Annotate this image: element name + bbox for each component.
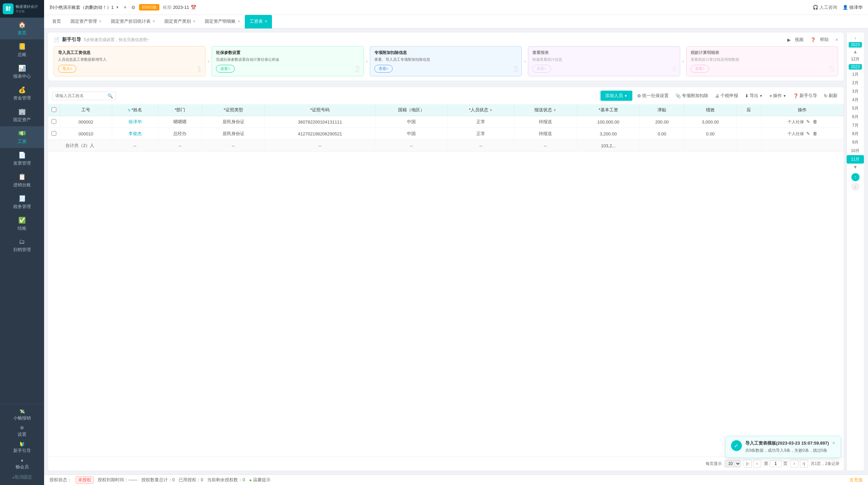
- calendar-month-8[interactable]: 8月: [847, 130, 864, 138]
- tab-asset-detail[interactable]: 固定资产明细账 ×: [200, 15, 245, 29]
- row-checkbox[interactable]: [52, 119, 56, 124]
- sort-icon[interactable]: ⇅: [128, 108, 131, 112]
- tab-depreciation[interactable]: 固定资产折旧统计表 ×: [106, 15, 160, 29]
- sidebar-item-stock[interactable]: 📋 进销台账: [0, 170, 44, 191]
- calendar-month-2[interactable]: 2月: [847, 79, 864, 87]
- add-employee-btn[interactable]: 添加人员 ▼: [600, 91, 632, 101]
- tab-asset-category[interactable]: 固定资产类别 ×: [160, 15, 200, 29]
- wizard-step-4: 查看报表 快速查看统计信息 查看> 4: [528, 46, 680, 76]
- edit-icon[interactable]: ✎: [806, 131, 810, 136]
- wizard-help-link[interactable]: 帮助: [820, 37, 829, 43]
- search-icon[interactable]: 🔍: [107, 93, 113, 98]
- calendar-month-11[interactable]: 11月: [847, 155, 864, 164]
- sidebar-item-tax[interactable]: 🧾 税务管理: [0, 191, 44, 213]
- tab-fixed-assets[interactable]: 固定资产管理 ×: [66, 15, 106, 29]
- question-icon: ❓: [810, 37, 816, 42]
- calendar-expand-btn[interactable]: ‹: [854, 35, 856, 41]
- calendar-month-1[interactable]: 1月: [847, 70, 864, 79]
- step1-btn[interactable]: 导入>: [58, 65, 76, 73]
- delete-icon[interactable]: 🗑: [813, 119, 817, 124]
- auth-remain-label: 当前剩余授权数：0: [207, 477, 245, 483]
- calendar-month-5[interactable]: 5月: [847, 104, 864, 113]
- tab-payroll[interactable]: 工资表 ×: [245, 15, 272, 29]
- sidebar-item-guide[interactable]: 🔰 新手引导: [3, 440, 41, 456]
- calendar-month-12[interactable]: 12月: [847, 55, 864, 63]
- sidebar-item-expense[interactable]: 💸 小畅报销: [3, 407, 41, 423]
- sidebar-item-payroll[interactable]: 💵 工资: [0, 126, 44, 148]
- switch-version-btn[interactable]: 切到旧版: [139, 4, 159, 11]
- operations-btn[interactable]: ≡ 操作 ▼: [768, 91, 789, 100]
- calendar-month-9[interactable]: 9月: [847, 138, 864, 147]
- tab-close-icon[interactable]: ×: [153, 19, 155, 24]
- next-page-btn[interactable]: ›: [790, 460, 798, 468]
- search-input[interactable]: [55, 93, 106, 98]
- sidebar-item-assets[interactable]: 🏢 固定资产: [0, 105, 44, 126]
- calendar-action-2[interactable]: ↓: [851, 183, 860, 191]
- last-page-btn[interactable]: ›|: [800, 460, 808, 468]
- social-security-btn[interactable]: ⚙ 统一社保设置: [635, 91, 671, 100]
- step3-btn[interactable]: 查看>: [374, 65, 393, 73]
- tax-declare-btn[interactable]: 🖨 个税申报: [713, 91, 740, 100]
- account-selector[interactable]: 刘小艳演示账套（勿删勿动！）1 ▼: [50, 4, 119, 11]
- reauth-btn[interactable]: 去充值: [849, 477, 863, 483]
- add-account-btn[interactable]: ＋: [122, 4, 128, 11]
- settings-icon: ⚙: [20, 425, 24, 430]
- step4-btn[interactable]: 查看>: [532, 65, 551, 73]
- delete-icon[interactable]: 🗑: [813, 131, 817, 136]
- wizard-title-text: 新手引导: [62, 37, 81, 43]
- calendar-month-4[interactable]: 4月: [847, 96, 864, 104]
- sidebar-item-invoice[interactable]: 📄 发票管理: [0, 148, 44, 170]
- personal-social-insurance-link[interactable]: 个人社保: [788, 131, 804, 136]
- account-settings-btn[interactable]: ⚙: [131, 5, 136, 10]
- sidebar-item-archive[interactable]: 🗂 归档管理: [0, 235, 44, 256]
- per-page-select[interactable]: 10 20 50: [725, 460, 741, 467]
- sidebar-item-close[interactable]: ✅ 结账: [0, 213, 44, 235]
- prev-page-btn[interactable]: ‹: [753, 460, 761, 468]
- guide-btn[interactable]: ❓ 新手引导: [791, 91, 819, 100]
- step4-num: 4: [671, 64, 676, 75]
- send-status-filter-icon[interactable]: ▼: [553, 108, 556, 112]
- wizard-step-1: 导入员工工资信息 人员信息及工资数据新增导入 导入> 1: [54, 46, 205, 76]
- employee-name-link[interactable]: 徐泽华: [129, 119, 142, 124]
- wizard-close-btn[interactable]: ×: [835, 37, 838, 42]
- employee-name-link[interactable]: 李俊杰: [129, 131, 142, 136]
- calendar-month-7[interactable]: 7月: [847, 121, 864, 130]
- calendar-month-3[interactable]: 3月: [847, 87, 864, 96]
- customer-service-btn[interactable]: 🎧 人工咨询: [813, 4, 837, 11]
- tab-close-icon[interactable]: ×: [99, 19, 101, 24]
- calendar-down-btn[interactable]: ▼: [853, 164, 858, 170]
- personal-social-insurance-link[interactable]: 个人社保: [788, 119, 804, 124]
- calendar-month-10[interactable]: 10月: [847, 147, 864, 155]
- select-all-checkbox[interactable]: [52, 107, 56, 112]
- special-deduction-btn[interactable]: 📎 专项附加扣除: [673, 91, 710, 100]
- content-area: 📄 新手引导 5步快速完成设置，快去完善信息吧~ ▶ 视频 ❓ 帮助 × 导入员…: [44, 29, 868, 474]
- edit-icon[interactable]: ✎: [806, 119, 810, 124]
- step2-btn[interactable]: 设置>: [216, 65, 234, 73]
- tab-close-icon[interactable]: ×: [238, 19, 240, 24]
- export-btn[interactable]: ⬇ 导出 ▼: [743, 91, 765, 100]
- sidebar-item-member[interactable]: ♦ 畅会员: [3, 456, 41, 472]
- cancel-fixed-btn[interactable]: ◂ 取消固定: [3, 472, 41, 482]
- sidebar-item-settings[interactable]: ⚙ 设置: [3, 423, 41, 440]
- wizard-video-link[interactable]: 视频: [795, 37, 804, 43]
- calendar-icon[interactable]: 📅: [191, 5, 196, 10]
- calendar-prev-arrow[interactable]: ▲: [853, 48, 858, 55]
- first-page-btn[interactable]: |‹: [744, 460, 752, 468]
- calendar-action-1[interactable]: ↑: [851, 173, 860, 181]
- tab-close-icon[interactable]: ×: [265, 19, 267, 24]
- tab-home[interactable]: 首页: [47, 15, 66, 29]
- page-input[interactable]: [770, 460, 782, 467]
- sidebar-item-reports[interactable]: 📊 报表中心: [0, 61, 44, 83]
- sidebar-item-home[interactable]: 🏠 首页: [0, 18, 44, 39]
- row-checkbox[interactable]: [52, 131, 56, 136]
- toast-close-btn[interactable]: ×: [832, 440, 835, 446]
- sidebar-item-ledger[interactable]: 📒 总账: [0, 39, 44, 61]
- user-menu-btn[interactable]: 👤 徐泽华: [843, 4, 863, 11]
- calendar-month-6[interactable]: 6月: [847, 113, 864, 121]
- step5-btn[interactable]: 查看>: [691, 65, 709, 73]
- tab-close-icon[interactable]: ×: [193, 19, 195, 24]
- sidebar-item-funds[interactable]: 💰 资金管理: [0, 83, 44, 105]
- stock-icon: 📋: [18, 173, 26, 181]
- refresh-btn[interactable]: ↻ 刷新: [822, 91, 840, 100]
- status-filter-icon[interactable]: ▼: [489, 108, 493, 112]
